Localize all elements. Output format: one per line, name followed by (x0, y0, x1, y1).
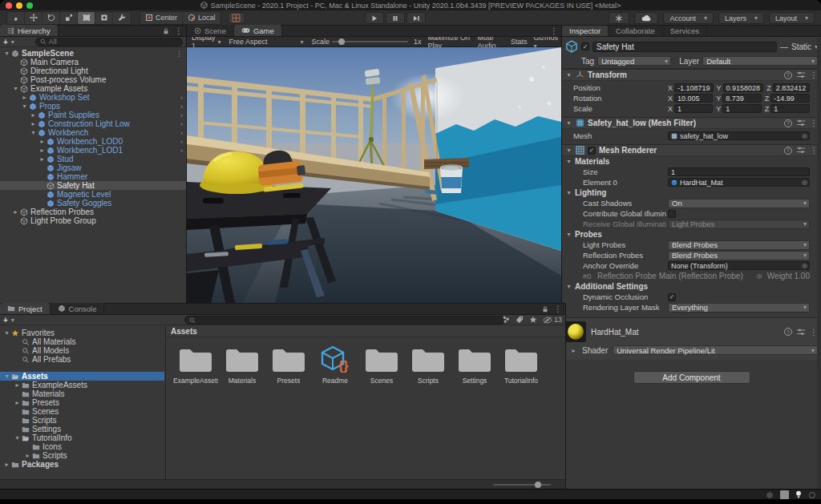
hierarchy-item-workshop-set[interactable]: ▸Workshop Set› (0, 93, 186, 102)
aspect-dropdown[interactable]: Free Aspect▾ (228, 38, 305, 46)
collab-cloud-button[interactable] (634, 12, 658, 24)
tab-console[interactable]: Console (51, 303, 105, 314)
project-tree-item-favorites[interactable]: ▾Favorites (0, 329, 164, 337)
inspector-scrollbar[interactable] (817, 38, 821, 490)
foldout-arrow[interactable]: ▾ (30, 129, 37, 136)
hierarchy-item-magnetic-level[interactable]: Magnetic Level (0, 190, 186, 199)
object-picker-icon[interactable]: ◎ (802, 179, 807, 186)
foldout-arrow[interactable]: ▾ (21, 103, 28, 110)
create-add-button[interactable]: + (3, 38, 8, 46)
step-button[interactable] (406, 12, 426, 24)
account-dropdown[interactable]: Account▾ (663, 12, 714, 24)
presets-icon[interactable] (797, 329, 805, 336)
tab-project[interactable]: Project (0, 303, 51, 314)
panel-menu-icon[interactable]: ⋮ (554, 304, 562, 313)
layers-dropdown[interactable]: Layers▾ (718, 12, 764, 24)
custom-tool[interactable] (113, 12, 131, 24)
tab-scene[interactable]: Scene (187, 25, 234, 36)
scale-tool[interactable] (60, 12, 78, 24)
project-tree-item-materials[interactable]: Materials (0, 389, 164, 398)
asset-tutorialinfo[interactable]: TutorialInfo (498, 345, 544, 385)
bulb-icon[interactable] (795, 490, 802, 499)
asset-settings[interactable]: Settings (451, 345, 498, 385)
object-name-field[interactable]: Safety Hat (592, 42, 777, 52)
play-button[interactable] (365, 12, 384, 24)
project-tree-item-settings[interactable]: Settings (0, 425, 164, 433)
panel-menu-icon[interactable]: ⋮ (175, 26, 183, 35)
additional-section-header[interactable]: ▾Additional Settings (562, 281, 821, 292)
project-tree-item-icons[interactable]: Icons (0, 442, 164, 451)
rect-tool[interactable] (78, 12, 95, 24)
project-tree-item-all-prefabs[interactable]: All Prefabs (0, 355, 164, 364)
scale-slider-knob[interactable] (338, 38, 345, 45)
active-checkbox[interactable]: ✓ (581, 42, 589, 50)
rendering-layer-mask-dropdown[interactable]: Everything▾ (668, 303, 810, 312)
project-tree-item-scripts[interactable]: ▸Scripts (0, 451, 164, 460)
rotation-y-field[interactable]: 8.739 (722, 94, 761, 103)
tag-dropdown[interactable]: Untagged▾ (597, 56, 671, 66)
scale-slider[interactable] (332, 41, 408, 42)
foldout-arrow[interactable]: ▸ (38, 138, 46, 145)
stats-button[interactable]: Stats (511, 38, 528, 46)
component-enabled-checkbox[interactable]: ✓ (588, 147, 596, 155)
prefab-open-chevron[interactable]: › (180, 120, 183, 128)
project-tree-item-assets[interactable]: ▾Assets (0, 372, 164, 381)
project-tree-item-all-models[interactable]: All Models (0, 346, 164, 355)
prefab-open-chevron[interactable]: › (180, 103, 183, 111)
hierarchy-item-light-probe-group[interactable]: Light Probe Group (0, 216, 186, 225)
object-picker-icon[interactable]: ◎ (802, 262, 807, 269)
hierarchy-search-input[interactable]: All (35, 38, 183, 46)
contribute-global-illumination-checkbox[interactable] (668, 210, 676, 218)
asset-exampleassets[interactable]: ExampleAssets (172, 345, 219, 385)
hierarchy-item-jigsaw[interactable]: Jigsaw (0, 163, 186, 172)
prefab-open-chevron[interactable]: › (180, 129, 183, 137)
scale-x-field[interactable]: 1 (674, 104, 713, 113)
project-tree-item-all-materials[interactable]: All Materials (0, 337, 164, 346)
hierarchy-item-hammer[interactable]: Hammer (0, 172, 186, 181)
shader-dropdown[interactable]: Universal Render Pipeline/Lit▾ (613, 345, 818, 355)
foldout-arrow[interactable]: ▾ (3, 329, 10, 337)
mesh-renderer-component-header[interactable]: ▾ ✓ Mesh Renderer ?⋮ (562, 144, 821, 156)
lighting-section-header[interactable]: ▾Lighting (562, 187, 821, 198)
transform-tool[interactable] (95, 12, 113, 24)
rotate-tool[interactable] (42, 12, 60, 24)
foldout-arrow[interactable]: ▸ (30, 111, 37, 119)
object-picker-icon[interactable]: ◎ (802, 132, 807, 139)
scale-z-field[interactable]: 1 (770, 104, 810, 113)
mesh-object-field[interactable]: safety_hat_low◎ (668, 131, 810, 140)
foldout-arrow[interactable]: ▸ (38, 147, 46, 154)
panel-menu-icon[interactable]: ⋮ (550, 26, 558, 35)
foldout-arrow[interactable]: ▸ (38, 155, 46, 163)
safe-mode-button[interactable] (609, 12, 629, 24)
create-add-button[interactable]: + (3, 316, 8, 325)
hierarchy-item-workbench-lod0[interactable]: ▸Workbench_LOD0› (0, 137, 186, 146)
chevron-down-icon[interactable]: ▾ (11, 317, 14, 324)
chevron-down-icon[interactable]: ▾ (11, 38, 14, 46)
asset-scripts[interactable]: Scripts (405, 345, 451, 385)
add-component-button[interactable]: Add Component (633, 371, 750, 384)
rotation-x-field[interactable]: 10.005 (674, 94, 713, 103)
item-menu-icon[interactable]: ⋮ (176, 50, 183, 58)
layout-dropdown[interactable]: Layout▾ (769, 12, 815, 24)
help-icon[interactable]: ? (784, 119, 792, 127)
project-tree-item-exampleassets[interactable]: ▸ExampleAssets (0, 381, 164, 389)
presets-icon[interactable] (797, 71, 805, 79)
hierarchy-item-reflection-probes[interactable]: ▸Reflection Probes (0, 208, 186, 216)
hierarchy-item-samplescene[interactable]: ▾SampleScene⋮ (0, 49, 186, 58)
favorites-star-icon[interactable] (529, 316, 537, 324)
cast-shadows-dropdown[interactable]: On▾ (668, 199, 810, 208)
hidden-packages-toggle[interactable]: 13 (543, 316, 562, 324)
material-preview-thumb[interactable] (565, 321, 586, 342)
pivot-toggle-button[interactable]: Center (140, 12, 182, 24)
console-cube-icon[interactable] (766, 491, 774, 499)
foldout-arrow[interactable]: ▸ (3, 461, 10, 468)
lock-icon[interactable] (541, 305, 549, 313)
dynamic-occlusion-checkbox[interactable]: ✓ (668, 293, 676, 301)
mesh-filter-component-header[interactable]: ▾ Safety_hat_low (Mesh Filter) ?⋮ (562, 117, 821, 129)
hierarchy-item-directional-light[interactable]: Directional Light (0, 67, 186, 75)
foldout-arrow[interactable]: ▾ (3, 50, 10, 57)
project-tree-item-packages[interactable]: ▸Packages (0, 460, 164, 469)
presets-icon[interactable] (797, 119, 805, 127)
foldout-arrow[interactable]: ▸ (14, 399, 21, 406)
asset-materials[interactable]: Materials (219, 345, 265, 385)
